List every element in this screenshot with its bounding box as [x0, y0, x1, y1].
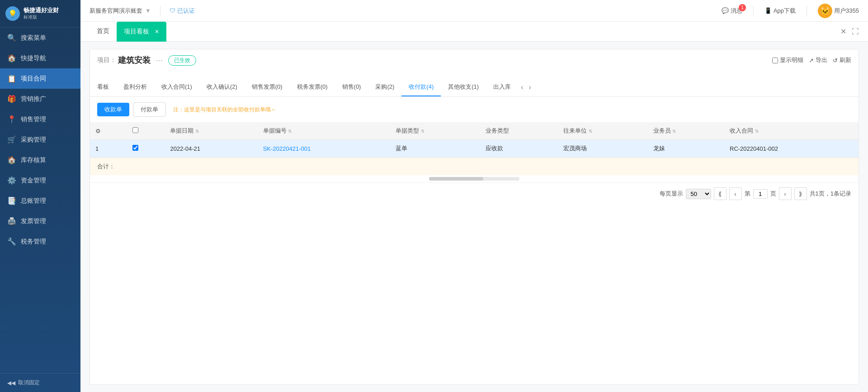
cell-salesman: 龙妹	[648, 140, 724, 158]
cell-biz-type: 应收款	[480, 140, 558, 158]
sidebar-item-sales-mgmt[interactable]: 📍 销售管理	[0, 109, 80, 129]
table-header: ⚙ 单据日期 ⇅ 单据编号 ⇅ 单据类型	[90, 122, 859, 140]
app-download-button[interactable]: 📱 App下载	[764, 7, 796, 15]
export-label: 导出	[816, 56, 827, 64]
cell-date: 2022-04-21	[165, 140, 257, 158]
subtab-tax-invoice[interactable]: 税务发票(0)	[290, 78, 335, 96]
tab-home[interactable]: 首页	[90, 22, 117, 42]
cell-income-contract: RC-20220401-002	[724, 140, 859, 158]
subtab-other-income[interactable]: 其他收支(1)	[441, 78, 486, 96]
account-selector[interactable]: 新服务官网演示账套 ▼	[90, 7, 151, 15]
home-icon: 🏠	[7, 54, 16, 62]
col-salesman[interactable]: 业务员 ⇅	[648, 122, 724, 140]
col-income-contract-label: 收入合同	[730, 127, 753, 134]
unpin-icon: ◀◀	[7, 380, 15, 386]
table-body: 1 2022-04-21 SK-20220421-001 蓝单 应收款 宏茂商场…	[90, 140, 859, 158]
cell-number[interactable]: SK-20220421-001	[258, 140, 391, 158]
main-content: 新服务官网演示账套 ▼ 🛡 已认证 💬 消息 1 📱 App下载 🐱 用户335…	[80, 0, 868, 392]
row-checkbox[interactable]	[132, 145, 138, 151]
sidebar: 💡 畅捷通好业财 标准版 🔍 搜索菜单 🏠 快捷导航 📋 项目合同 🎁 营销推广…	[0, 0, 80, 392]
table-container: ⚙ 单据日期 ⇅ 单据编号 ⇅ 单据类型	[90, 122, 859, 158]
topbar: 新服务官网演示账套 ▼ 🛡 已认证 💬 消息 1 📱 App下载 🐱 用户335…	[80, 0, 868, 22]
sidebar-item-inventory[interactable]: 🏠 库存核算	[0, 150, 80, 170]
project-more-icon[interactable]: ···	[156, 56, 163, 65]
sidebar-item-tax-mgmt[interactable]: 🔧 税务管理	[0, 231, 80, 252]
export-button[interactable]: ↗ 导出	[809, 56, 827, 64]
col-date[interactable]: 单据日期 ⇅	[165, 122, 257, 140]
per-page-label: 每页显示	[660, 190, 683, 198]
cell-checkbox	[127, 140, 165, 158]
cell-index: 1	[90, 140, 127, 158]
sales-icon: 📍	[7, 115, 16, 124]
search-icon: 🔍	[7, 33, 16, 42]
sidebar-item-invoice-mgmt[interactable]: 🖨️ 发票管理	[0, 211, 80, 231]
pagination: 每页显示 50 100 200 ⟪ ‹ 第 页 › ⟫ 共1页，1条记录	[90, 182, 859, 205]
user-label: 用户3355	[834, 7, 859, 15]
logo-icon: 💡	[5, 6, 20, 21]
certified-badge: 🛡 已认证	[170, 7, 195, 15]
subtab-prev-arrow[interactable]: ‹	[518, 80, 526, 95]
col-income-contract[interactable]: 收入合同 ⇅	[724, 122, 859, 140]
sidebar-item-ledger-mgmt[interactable]: 📑 总账管理	[0, 191, 80, 211]
subtab-sales-invoice[interactable]: 销售发票(0)	[245, 78, 290, 96]
table-row[interactable]: 1 2022-04-21 SK-20220421-001 蓝单 应收款 宏茂商场…	[90, 140, 859, 158]
tabbar: 首页 项目看板 ✕ ✕ ⛶	[80, 22, 868, 42]
inventory-icon: 🏠	[7, 156, 16, 164]
user-menu[interactable]: 🐱 用户3355	[818, 4, 859, 18]
receipt-number-link[interactable]: SK-20220421-001	[263, 145, 311, 152]
ledger-icon: 📑	[7, 196, 16, 205]
sort-icon-income-contract: ⇅	[755, 129, 759, 134]
tab-maximize-button[interactable]: ⛶	[852, 28, 859, 36]
subtab-next-arrow[interactable]: ›	[526, 80, 533, 95]
subtab-kanban[interactable]: 看板	[90, 78, 116, 96]
tab-close-icon[interactable]: ✕	[155, 29, 159, 35]
sidebar-item-purchase-mgmt[interactable]: 🛒 采购管理	[0, 129, 80, 150]
sidebar-item-marketing[interactable]: 🎁 营销推广	[0, 89, 80, 109]
subtab-income-contract[interactable]: 收入合同(1)	[154, 78, 199, 96]
cell-partner: 宏茂商场	[558, 140, 648, 158]
col-number[interactable]: 单据编号 ⇅	[258, 122, 391, 140]
topbar-divider-2	[753, 5, 754, 16]
sidebar-item-quick-nav[interactable]: 🏠 快捷导航	[0, 48, 80, 68]
subtab-sales[interactable]: 销售(0)	[335, 78, 368, 96]
sidebar-item-capital-mgmt[interactable]: ⚙️ 资金管理	[0, 170, 80, 191]
next-page-btn[interactable]: ›	[779, 187, 792, 200]
sidebar-item-label: 税务管理	[21, 238, 46, 246]
show-detail-checkbox-input[interactable]	[772, 57, 778, 63]
project-header: 项目： 建筑安装 ··· 已生效 显示明细 ↗ 导出 ↺ 刷新	[90, 49, 859, 71]
sidebar-unpin-button[interactable]: ◀◀ 取消固定	[0, 373, 80, 392]
show-detail-checkbox[interactable]: 显示明细	[772, 56, 803, 64]
sidebar-item-label: 营销推广	[21, 95, 46, 103]
payment-btn[interactable]: 付款单	[133, 102, 166, 117]
subtab-receipt[interactable]: 收付款(4)	[401, 78, 441, 96]
subtab-income-confirm[interactable]: 收入确认(2)	[199, 78, 245, 96]
receipt-btn[interactable]: 收款单	[97, 103, 129, 116]
last-page-btn[interactable]: ⟫	[794, 187, 807, 200]
col-settings[interactable]: ⚙	[90, 122, 127, 140]
sidebar-item-project-contract[interactable]: 📋 项目合同	[0, 68, 80, 89]
sidebar-menu: 🔍 搜索菜单 🏠 快捷导航 📋 项目合同 🎁 营销推广 📍 销售管理 🛒 采购管…	[0, 28, 80, 373]
message-button[interactable]: 💬 消息 1	[722, 7, 742, 15]
sidebar-item-search[interactable]: 🔍 搜索菜单	[0, 28, 80, 48]
sidebar-item-label: 快捷导航	[21, 54, 46, 62]
current-page-input[interactable]	[753, 189, 768, 199]
col-salesman-label: 业务员	[653, 127, 671, 134]
select-all-checkbox[interactable]	[132, 127, 138, 133]
col-partner[interactable]: 往来单位 ⇅	[558, 122, 648, 140]
tab-project-board[interactable]: 项目看板 ✕	[117, 22, 166, 42]
first-page-btn[interactable]: ⟪	[714, 187, 726, 200]
per-page-select[interactable]: 50 100 200	[686, 189, 711, 199]
col-date-label: 单据日期	[170, 127, 193, 134]
content-wrapper: 项目： 建筑安装 ··· 已生效 显示明细 ↗ 导出 ↺ 刷新	[90, 49, 859, 385]
sidebar-logo: 💡 畅捷通好业财 标准版	[0, 0, 80, 28]
tab-close-window-button[interactable]: ✕	[840, 27, 846, 36]
col-number-label: 单据编号	[263, 127, 287, 134]
subtab-in-out[interactable]: 出入库	[486, 78, 518, 96]
subtab-profit[interactable]: 盈利分析	[116, 78, 154, 96]
col-type[interactable]: 单据类型 ⇅	[390, 122, 480, 140]
prev-page-btn[interactable]: ‹	[729, 187, 742, 200]
subtab-purchase[interactable]: 采购(2)	[368, 78, 401, 96]
project-label: 项目：	[97, 56, 116, 64]
app-download-label: App下载	[774, 7, 796, 15]
refresh-button[interactable]: ↺ 刷新	[833, 56, 851, 64]
